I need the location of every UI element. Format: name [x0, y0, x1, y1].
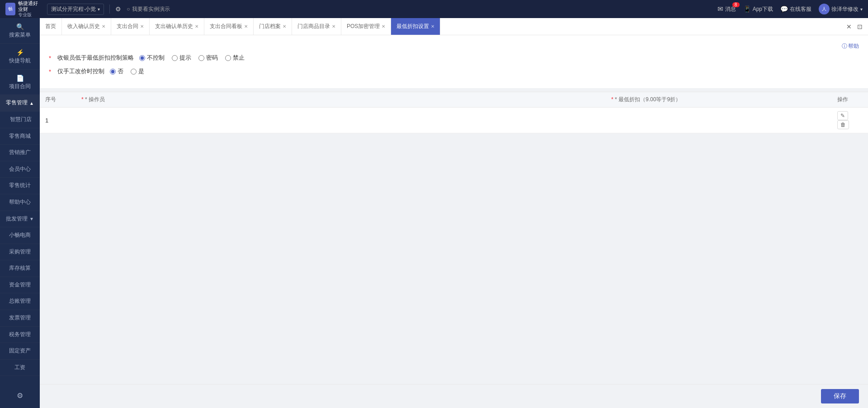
- cell-action: ✎ 🗑: [832, 108, 868, 133]
- tabs-right-buttons: ✕ ⊡: [841, 21, 868, 32]
- tab-close-icon[interactable]: ✕: [244, 24, 248, 29]
- contract-icon: 📄: [16, 74, 24, 82]
- tab-close-icon[interactable]: ✕: [382, 24, 385, 29]
- tab-pos-encrypt[interactable]: POS加密管理 ✕: [341, 18, 391, 35]
- close-tab-button[interactable]: ✕: [844, 21, 854, 32]
- project-selector[interactable]: 测试分开完程·小觉 ▾: [47, 4, 104, 15]
- sidebar-item-retail-stats[interactable]: 零售统计: [0, 178, 40, 194]
- sidebar-item-marketing[interactable]: 营销推广: [0, 145, 40, 161]
- sidebar-item-invoice[interactable]: 发票管理: [0, 310, 40, 327]
- discount-control-radio-group: 不控制 提示 密码 禁止: [139, 54, 245, 62]
- sidebar-item-ecommerce[interactable]: 小畅电商: [0, 227, 40, 244]
- save-button[interactable]: 保存: [821, 389, 859, 403]
- edit-row-button[interactable]: ✎: [837, 111, 848, 120]
- col-header-discount: * * 最低折扣（9.00等于9折）: [606, 92, 832, 108]
- col-header-action: 操作: [832, 92, 868, 108]
- col-header-seq: 序号: [40, 92, 76, 108]
- sidebar: 🔍 搜索菜单 ⚡ 快捷导航 📄 项目合同 零售管理 ▲ 智慧门店 零售商城 营销…: [0, 18, 40, 408]
- sidebar-item-ledger[interactable]: 总账管理: [0, 293, 40, 310]
- chevron-down-icon: ▾: [98, 7, 100, 12]
- sidebar-item-smart-store[interactable]: 智慧门店: [0, 112, 40, 128]
- tab-expense-confirm-history[interactable]: 支出确认单历史 ✕: [150, 18, 204, 35]
- tab-close-icon[interactable]: ✕: [195, 24, 198, 29]
- table-header-row: 序号 * * 操作员 * * 最低折扣（9.00等于9折）: [40, 92, 868, 108]
- settings-icon[interactable]: ⚙: [115, 5, 121, 13]
- radio-yes[interactable]: 是: [131, 67, 144, 75]
- tab-close-icon[interactable]: ✕: [332, 24, 335, 29]
- sidebar-item-inventory[interactable]: 库存核算: [0, 260, 40, 277]
- sidebar-bottom: ⚙: [0, 383, 40, 408]
- tab-expense-board[interactable]: 支出合同看板 ✕: [204, 18, 254, 35]
- sidebar-item-retail-mall[interactable]: 零售商城: [0, 128, 40, 145]
- cell-seq: 1: [40, 108, 76, 133]
- sidebar-item-finance[interactable]: 资金管理: [0, 277, 40, 294]
- sidebar-item-wholesale[interactable]: 批发管理 ▼: [0, 211, 40, 228]
- demo-link[interactable]: ○ 我要看实例演示: [127, 5, 170, 13]
- sidebar-item-retail-management[interactable]: 零售管理 ▲: [0, 95, 40, 112]
- radio-forbid[interactable]: 禁止: [225, 54, 245, 62]
- main-layout: 🔍 搜索菜单 ⚡ 快捷导航 📄 项目合同 零售管理 ▲ 智慧门店 零售商城 营销…: [0, 18, 868, 408]
- sidebar-item-help[interactable]: 帮助中心: [0, 194, 40, 211]
- tab-store-catalog[interactable]: 门店商品目录 ✕: [292, 18, 341, 35]
- tab-close-icon[interactable]: ✕: [283, 24, 286, 29]
- tab-home[interactable]: 首页: [40, 18, 62, 35]
- required-star: *: [49, 55, 51, 61]
- avatar: 人: [819, 4, 830, 14]
- cell-discount[interactable]: [606, 108, 832, 133]
- radio-password[interactable]: 密码: [198, 54, 218, 62]
- radio-no-control[interactable]: 不控制: [139, 54, 165, 62]
- delete-row-button[interactable]: 🗑: [837, 120, 849, 129]
- sidebar-item-tax[interactable]: 税务管理: [0, 327, 40, 343]
- settings-icon[interactable]: ⚙: [13, 388, 27, 403]
- topbar-actions: ✉ 消息 8 📱 App下载 💬 在线客服 人 徐泽华修改 ▾: [717, 4, 863, 14]
- help-icon: ⓘ: [842, 42, 847, 50]
- quicknav-icon: ⚡: [16, 48, 24, 56]
- tab-income-history[interactable]: 收入确认历史 ✕: [62, 18, 111, 35]
- topbar: 畅 畅捷通好业财 专业版 测试分开完程·小觉 ▾ ⚙ ○ 我要看实例演示 ✉ 消…: [0, 0, 868, 18]
- sidebar-item-quicknav[interactable]: ⚡ 快捷导航: [0, 44, 40, 70]
- logo-icon: 畅: [5, 3, 15, 15]
- page-footer: 保存: [40, 384, 868, 408]
- discount-table: 序号 * * 操作员 * * 最低折扣（9.00等于9折）: [40, 92, 868, 133]
- tab-expense-contract[interactable]: 支出合同 ✕: [111, 18, 150, 35]
- message-badge: 8: [732, 2, 740, 7]
- arrow-up-icon: ▲: [29, 100, 34, 106]
- radio-hint[interactable]: 提示: [172, 54, 191, 62]
- tab-close-icon[interactable]: ✕: [102, 24, 105, 29]
- sidebar-item-project-contract[interactable]: 📄 项目合同: [0, 70, 40, 95]
- manual-price-control-radio-group: 否 是: [110, 67, 144, 75]
- chevron-down-icon: ▾: [860, 7, 863, 12]
- app-download-button[interactable]: 📱 App下载: [743, 5, 773, 13]
- form-section: ⓘ 帮助 * 收银员低于最低折扣控制策略 不控制: [40, 35, 868, 88]
- sidebar-item-search[interactable]: 🔍 搜索菜单: [0, 18, 40, 44]
- sidebar-item-purchase[interactable]: 采购管理: [0, 244, 40, 261]
- content-area: 首页 收入确认历史 ✕ 支出合同 ✕ 支出确认单历史 ✕ 支出合同看板 ✕ 门店…: [40, 18, 868, 408]
- user-menu[interactable]: 人 徐泽华修改 ▾: [819, 4, 863, 14]
- search-icon: 🔍: [16, 23, 24, 31]
- sidebar-item-member[interactable]: 会员中心: [0, 161, 40, 178]
- discount-table-section: 序号 * * 操作员 * * 最低折扣（9.00等于9折）: [40, 92, 868, 133]
- field-manual-price-control: * 仅手工改价时控制 否 是: [49, 67, 859, 75]
- arrow-down-icon: ▼: [29, 216, 34, 222]
- radio-no[interactable]: 否: [110, 67, 123, 75]
- tab-close-icon[interactable]: ✕: [140, 24, 144, 29]
- cell-operator[interactable]: [76, 108, 606, 133]
- table-row: 1 ✎ 🗑: [40, 108, 868, 133]
- help-link[interactable]: ⓘ 帮助: [842, 42, 859, 50]
- page-content: ⓘ 帮助 * 收银员低于最低折扣控制策略 不控制: [40, 35, 868, 384]
- online-service-button[interactable]: 💬 在线客服: [780, 5, 811, 13]
- expand-tab-button[interactable]: ⊡: [855, 21, 864, 32]
- message-button[interactable]: ✉ 消息 8: [717, 5, 736, 13]
- required-star: *: [49, 68, 51, 75]
- app-logo: 畅 畅捷通好业财 专业版: [5, 0, 42, 18]
- sidebar-item-fixed-assets[interactable]: 固定资产: [0, 343, 40, 360]
- tab-store-file[interactable]: 门店档案 ✕: [254, 18, 292, 35]
- tab-close-icon[interactable]: ✕: [431, 24, 434, 29]
- sidebar-item-salary[interactable]: 工资: [0, 360, 40, 376]
- col-header-operator: * * 操作员: [76, 92, 606, 108]
- field-discount-control: * 收银员低于最低折扣控制策略 不控制 提示 密码: [49, 54, 859, 62]
- tabs-bar: 首页 收入确认历史 ✕ 支出合同 ✕ 支出确认单历史 ✕ 支出合同看板 ✕ 门店…: [40, 18, 868, 35]
- tab-min-discount[interactable]: 最低折扣设置 ✕: [391, 18, 440, 35]
